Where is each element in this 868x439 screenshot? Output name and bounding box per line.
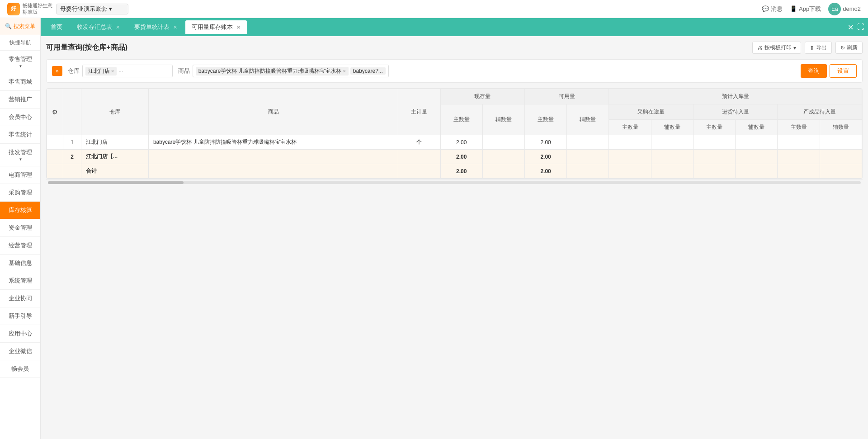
message-action[interactable]: 💬 消息: [762, 5, 783, 13]
tf-pending-main: [693, 164, 735, 179]
th-avail-aux: 辅数量: [567, 104, 609, 135]
tab-close-receipts[interactable]: ✕: [116, 24, 120, 30]
sidebar-item-enterprise[interactable]: 企业协同: [0, 290, 40, 307]
sidebar-item-operations[interactable]: 经营管理: [0, 237, 40, 255]
top-bar-left: 好 畅捷通好生意 标准版 母婴行业演示账套 ▾: [7, 3, 128, 15]
th-available: 可用量: [525, 89, 609, 104]
product-tag-0: babycare学饮杯 儿童防摔防撞吸管杯重力球吸嘴杯宝宝水杯 ×: [196, 67, 349, 76]
message-icon: 💬: [762, 5, 769, 12]
refresh-icon: ↻: [840, 45, 845, 51]
sidebar-item-appcenter[interactable]: 应用中心: [0, 325, 40, 343]
sidebar-item-inventory[interactable]: 库存核算: [0, 202, 40, 219]
tab-maximize-btn[interactable]: ⛶: [857, 23, 864, 32]
td-no-2: 2: [63, 150, 81, 164]
chevron-down-icon: ▾: [109, 5, 112, 12]
warehouse-more-btn[interactable]: ···: [118, 68, 123, 74]
th-pending-inbound: 进货待入量: [693, 104, 777, 120]
page-area: 可用量查询(按仓库+商品) 🖨 按模板打印 ▾ ⬆ 导出 ↻ 刷新: [41, 36, 868, 439]
sidebar-item-retail-mgmt[interactable]: 零售管理: [0, 51, 40, 73]
product-tag-close-0[interactable]: ×: [343, 68, 345, 74]
th-settings[interactable]: ⚙: [47, 89, 63, 135]
sidebar-item-newbie[interactable]: 新手引导: [0, 307, 40, 325]
warehouse-label: 仓库: [68, 67, 80, 75]
td-pending-aux: [736, 135, 778, 150]
td-prod-aux: [820, 135, 862, 150]
page-header: 可用量查询(按仓库+商品) 🖨 按模板打印 ▾ ⬆ 导出 ↻ 刷新: [46, 42, 863, 54]
td-no: 1: [63, 135, 81, 150]
th-planned-in: 预计入库量: [609, 89, 862, 104]
table-container: ⚙ 仓库 商品 主计量 现存量 可用量 预计入库量 主数量 辅数: [46, 88, 863, 179]
tab-bar-actions: ✕ ⛶: [848, 23, 864, 32]
sidebar-item-wholesale-mgmt[interactable]: 批发管理: [0, 144, 40, 166]
th-purchase-main: 主数量: [609, 120, 651, 135]
th-prod-main: 主数量: [778, 120, 820, 135]
td-avail-aux-2: [567, 150, 609, 164]
td-avail-main-2: 2.00: [525, 150, 567, 164]
tab-receipts[interactable]: 收发存汇总表 ✕: [71, 20, 126, 34]
td-stock-main-2: 2.00: [440, 150, 482, 164]
th-stock-main: 主数量: [440, 104, 482, 135]
th-product: 商品: [148, 89, 398, 135]
td-main-unit: 个: [398, 135, 440, 150]
sidebar-item-marketing[interactable]: 营销推广: [0, 91, 40, 109]
td-purchase-main-2: [609, 150, 651, 164]
query-btn[interactable]: 查询: [801, 64, 827, 78]
tab-close-available[interactable]: ✕: [236, 24, 241, 30]
td-avail-main: 2.00: [525, 135, 567, 150]
sidebar-item-retail-stats[interactable]: 零售统计: [0, 126, 40, 144]
tf-main-unit: [398, 164, 440, 179]
sidebar-item-ecommerce[interactable]: 电商管理: [0, 166, 40, 184]
filter-expand-btn[interactable]: »: [52, 66, 62, 76]
tf-product: [148, 164, 398, 179]
tab-available[interactable]: 可用量库存账本 ✕: [185, 20, 247, 34]
scroll-track[interactable]: [48, 181, 861, 184]
tab-requisition[interactable]: 要货单统计表 ✕: [128, 20, 184, 34]
th-prod-aux: 辅数量: [820, 120, 862, 135]
refresh-btn[interactable]: ↻ 刷新: [835, 42, 863, 54]
scroll-thumb[interactable]: [48, 181, 184, 184]
tf-settings: [47, 164, 63, 179]
filter-area: » 仓库 江北门店 × ··· 商品 babycare: [46, 59, 863, 83]
org-selector[interactable]: 母婴行业演示账套 ▾: [56, 4, 128, 14]
product-tag-area[interactable]: babycare学饮杯 儿童防摔防撞吸管杯重力球吸嘴杯宝宝水杯 × babyca…: [193, 65, 389, 77]
main-content: 首页 收发存汇总表 ✕ 要货单统计表 ✕ 可用量库存账本 ✕ ✕ ⛶: [41, 18, 868, 439]
sidebar-item-system[interactable]: 系统管理: [0, 272, 40, 290]
tf-stock-aux: [482, 164, 524, 179]
tab-close-requisition[interactable]: ✕: [173, 24, 177, 30]
sidebar-item-retail-mall[interactable]: 零售商城: [0, 73, 40, 91]
main-layout: 🔍 搜索菜单 快捷导航 零售管理 零售商城 营销推广 会员中心 零售统计 批发管…: [0, 18, 868, 439]
product-filter-group: 商品 babycare学饮杯 儿童防摔防撞吸管杯重力球吸嘴杯宝宝水杯 × bab…: [178, 65, 389, 77]
export-btn[interactable]: ⬆ 导出: [805, 42, 832, 54]
th-production-pending: 产成品待入量: [778, 104, 862, 120]
tf-avail-main: 2.00: [525, 164, 567, 179]
th-purchase-aux: 辅数量: [651, 120, 693, 135]
sidebar-search[interactable]: 🔍 搜索菜单: [0, 18, 40, 35]
sidebar-item-member[interactable]: 会员中心: [0, 109, 40, 126]
sidebar-quick-nav[interactable]: 快捷导航: [0, 35, 40, 51]
sidebar-item-finance[interactable]: 资金管理: [0, 219, 40, 237]
tab-home[interactable]: 首页: [44, 20, 69, 34]
tf-purchase-aux: [651, 164, 693, 179]
th-main-unit: 主计量: [398, 89, 440, 135]
td-pending-main-2: [693, 150, 735, 164]
tab-close-all-btn[interactable]: ✕: [848, 23, 854, 32]
warehouse-tag-close-0[interactable]: ×: [111, 68, 114, 74]
app-download-action[interactable]: 📱 App下载: [790, 5, 821, 13]
sidebar-item-vip[interactable]: 畅会员: [0, 360, 40, 378]
settings-btn[interactable]: 设置: [830, 64, 857, 78]
search-icon: 🔍: [5, 23, 12, 29]
sidebar-item-basics[interactable]: 基础信息: [0, 255, 40, 272]
sidebar-item-wechat[interactable]: 企业微信: [0, 343, 40, 360]
gear-icon[interactable]: ⚙: [52, 109, 58, 116]
template-print-btn[interactable]: 🖨 按模板打印 ▾: [752, 42, 801, 54]
sidebar: 🔍 搜索菜单 快捷导航 零售管理 零售商城 营销推广 会员中心 零售统计 批发管…: [0, 18, 41, 439]
td-stock-aux: [482, 135, 524, 150]
sidebar-item-purchase[interactable]: 采购管理: [0, 184, 40, 202]
page-actions: 🖨 按模板打印 ▾ ⬆ 导出 ↻ 刷新: [752, 42, 863, 54]
logo-icon: 好: [7, 3, 20, 15]
data-table: ⚙ 仓库 商品 主计量 现存量 可用量 预计入库量 主数量 辅数: [47, 89, 862, 179]
user-profile[interactable]: Ea demo2: [828, 3, 861, 15]
table-row: 1 江北门店 babycare学饮杯 儿童防摔防撞吸管杯重力球吸嘴杯宝宝水杯 个…: [47, 135, 862, 150]
warehouse-tag-area[interactable]: 江北门店 × ···: [82, 65, 173, 77]
td-main-unit-2: [398, 150, 440, 164]
